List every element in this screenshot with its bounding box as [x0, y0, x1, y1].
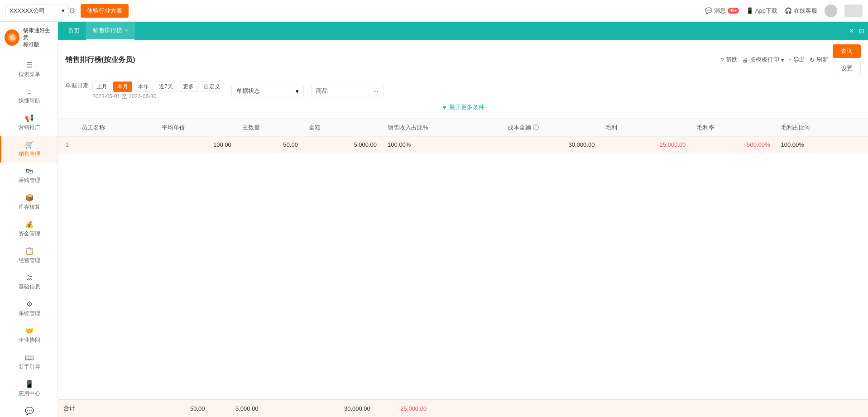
sidebar-item-label: 销售管理 — [19, 150, 40, 158]
col-header-0 — [58, 119, 76, 137]
query-btn[interactable]: 查询 — [833, 44, 861, 58]
sidebar-item-apps[interactable]: 📱应用中心 — [0, 375, 58, 402]
help-icon: ? — [720, 57, 724, 63]
sidebar-item-system[interactable]: ⚙系统管理 — [0, 295, 58, 322]
app-download-btn[interactable]: 📱 App下载 — [746, 7, 777, 15]
logo-icon: 畅 — [5, 29, 19, 46]
table-footer: 合计 50.00 5,000.00 30,000.00 -25,000.00 — [58, 399, 868, 417]
sidebar-item-enterprise[interactable]: 🤝企业协同 — [0, 322, 58, 349]
date-btn-自定义[interactable]: 自定义 — [200, 81, 224, 92]
date-btn-本月[interactable]: 本月 — [113, 81, 132, 92]
table-container: 员工名称平均单价主数量全额销售收入占比%成本全额 ⓘ毛利毛利率毛利占比% 110… — [58, 119, 868, 399]
tab-bar: 首页 销售排行榜 × ✕ ⊡ — [58, 22, 868, 40]
sidebar-item-label: 快捷导航 — [19, 97, 40, 105]
table-header-row: 员工名称平均单价主数量全额销售收入占比%成本全额 ⓘ毛利毛利率毛利占比% — [58, 119, 868, 137]
date-btn-近7天[interactable]: 近7天 — [155, 81, 177, 92]
apps-icon: 📱 — [25, 380, 34, 388]
expand-icon: ▼ — [441, 104, 447, 111]
logo-text: 畅康通好生意 标准版 — [23, 27, 53, 48]
footer-total-label: 合计 — [63, 404, 145, 412]
cell-0-9: 100.00% — [776, 137, 868, 153]
data-table: 员工名称平均单价主数量全额销售收入占比%成本全额 ⓘ毛利毛利率毛利占比% 110… — [58, 119, 868, 153]
sidebar-item-guide[interactable]: 📖新手引导 — [0, 349, 58, 375]
sidebar-item-inventory[interactable]: 📦库存核算 — [0, 189, 58, 216]
sidebar-item-basic[interactable]: 🗂基础信息 — [0, 269, 58, 295]
message-btn[interactable]: 💬 消息 99+ — [705, 7, 739, 15]
search-icon: ☰ — [26, 61, 33, 69]
tab-maximize-icon[interactable]: ⊡ — [859, 27, 864, 34]
wechat-icon: 💬 — [25, 407, 34, 415]
date-btn-更多[interactable]: 更多 — [179, 81, 198, 92]
system-icon: ⚙ — [26, 300, 33, 308]
date-btn-本年[interactable]: 本年 — [134, 81, 153, 92]
table-row: 1100.0050.005,000.00100.00%30,000.00-25,… — [58, 137, 868, 153]
help-btn[interactable]: ? 帮助 — [720, 56, 737, 64]
avatar[interactable] — [825, 5, 837, 17]
expand-conditions-btn[interactable]: ▼ 展开更多条件 — [65, 101, 861, 114]
sidebar-item-marketing[interactable]: 📢营销推广 — [0, 109, 58, 136]
app-icon: 📱 — [746, 7, 753, 14]
col-header-5: 销售收入占比% — [382, 119, 502, 137]
sidebar-item-label: 营销推广 — [19, 124, 40, 131]
tab-close-icon[interactable]: × — [125, 28, 128, 33]
sidebar-item-sales[interactable]: 🛒销售管理 — [0, 136, 58, 163]
sidebar-item-wechat[interactable]: 💬企业微信 — [0, 402, 58, 417]
settings-gear-icon[interactable]: ⚙ — [69, 6, 75, 15]
tab-close-window-icon[interactable]: ✕ — [849, 27, 854, 34]
table-body: 1100.0050.005,000.00100.00%30,000.00-25,… — [58, 137, 868, 153]
page-header: 销售排行榜(按业务员) ? 帮助 🖨 按模板打印 ▾ ↑ 导出 — [58, 40, 868, 78]
status-filter-label: 单据状态 — [236, 87, 293, 95]
message-badge: 99+ — [728, 8, 739, 14]
date-btns: 上月本月本年近7天更多自定义 — [92, 81, 224, 92]
date-filter-group: 单据日期 上月本月本年近7天更多自定义 2023-06-01 至 2023-06… — [65, 81, 224, 101]
footer-main-qty: 50.00 — [190, 405, 235, 412]
sidebar-item-finance[interactable]: 💰资金管理 — [0, 216, 58, 242]
goods-filter[interactable]: 商品 ··· — [311, 85, 384, 97]
col-header-7: 毛利 — [600, 119, 691, 137]
footer-gross: -25,000.00 — [398, 405, 453, 412]
tab-home[interactable]: 首页 — [62, 22, 86, 40]
sidebar-item-label: 搜索菜单 — [19, 71, 40, 78]
goods-filter-label: 商品 — [316, 87, 371, 95]
svg-text:畅: 畅 — [10, 34, 15, 41]
cell-0-1 — [76, 137, 156, 153]
print-icon: 🖨 — [742, 57, 748, 63]
refresh-btn[interactable]: ↻ 刷新 — [810, 56, 828, 64]
online-service-btn[interactable]: 🎧 在线客服 — [785, 7, 817, 15]
tab-sales-ranking[interactable]: 销售排行榜 × — [86, 22, 134, 40]
sales-icon: 🛒 — [25, 140, 34, 149]
sidebar-item-label: 企业协同 — [19, 336, 40, 344]
status-filter[interactable]: 单据状态 ▾ — [231, 85, 304, 97]
sidebar-item-label: 系统管理 — [19, 310, 40, 317]
page-title: 销售排行榜(按业务员) — [65, 55, 135, 65]
service-icon: 🎧 — [785, 7, 792, 14]
footer-amount: 5,000.00 — [235, 405, 290, 412]
finance-icon: 💰 — [25, 220, 34, 229]
shortcut-icon: ⌂ — [27, 87, 32, 96]
message-label: 消息 — [714, 7, 726, 15]
date-btn-上月[interactable]: 上月 — [92, 81, 111, 92]
industry-btn[interactable]: 体验行业方案 — [81, 4, 129, 18]
chevron-down-icon: ▾ — [62, 7, 65, 14]
company-selector[interactable]: XXXXXX公司 ▾ — [5, 5, 69, 17]
sidebar-item-label: 库存核算 — [19, 203, 40, 211]
sidebar-item-purchase[interactable]: 🛍采购管理 — [0, 163, 58, 189]
online-service-label: 在线客服 — [794, 7, 817, 15]
sidebar-item-search[interactable]: ☰搜索菜单 — [0, 56, 58, 83]
cell-0-5: 100.00% — [382, 137, 502, 153]
col-header-2: 平均单价 — [156, 119, 236, 137]
setting-btn[interactable]: 设置 — [833, 62, 861, 75]
cell-0-2: 100.00 — [156, 137, 236, 153]
sidebar-item-operation[interactable]: 📋经营管理 — [0, 242, 58, 269]
print-btn[interactable]: 🖨 按模板打印 ▾ — [742, 56, 784, 64]
col-header-4: 全额 — [303, 119, 382, 137]
inventory-icon: 📦 — [25, 193, 34, 202]
sidebar-item-shortcut[interactable]: ⌂快捷导航 — [0, 83, 58, 109]
date-filter-label: 单据日期 — [65, 81, 89, 90]
cell-0-8: -500.00% — [691, 137, 776, 153]
sidebar-item-label: 经营管理 — [19, 257, 40, 264]
col-header-6: 成本全额 ⓘ — [502, 119, 600, 137]
marketing-icon: 📢 — [25, 114, 34, 122]
goods-more-icon: ··· — [374, 88, 379, 95]
export-btn[interactable]: ↑ 导出 — [789, 56, 806, 64]
